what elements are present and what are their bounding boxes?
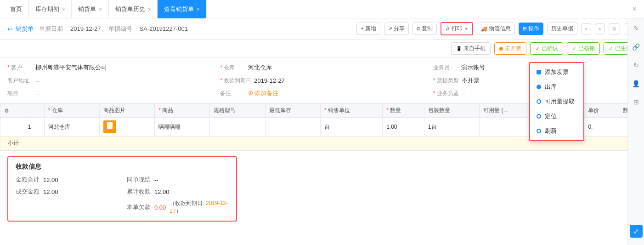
sidebar-edit-icon[interactable]: ✎ bbox=[630, 22, 643, 35]
copy-button[interactable]: ⧉ 复制 bbox=[412, 23, 437, 35]
same-order-label: 同单现结 bbox=[127, 176, 151, 184]
warehouse-field: 仓库 河北仓库 bbox=[220, 63, 424, 72]
warehouse-out-icon bbox=[537, 85, 541, 89]
due-date-field: 收款到期日 2019-12-27 bbox=[220, 76, 424, 85]
payment-info-box: 收款信息 金额合计 12.00 同单现结 -- 成交金额 12.00 累计收款 … bbox=[7, 156, 237, 222]
salesperson-label: 业务员孟 bbox=[433, 90, 459, 97]
not-open-btn[interactable]: 未开票 bbox=[494, 42, 526, 55]
svg-rect-1 bbox=[107, 124, 113, 125]
written-off-btn[interactable]: ✓ 已核销 bbox=[567, 42, 600, 55]
tab-inventory[interactable]: 库存期初 × bbox=[29, 0, 72, 18]
row-num: 1 bbox=[24, 118, 44, 137]
tab-sales-history-close[interactable]: × bbox=[148, 6, 151, 12]
warehouse-out-item[interactable]: 出库 bbox=[530, 80, 583, 94]
col-min-stock: 最低库存 bbox=[265, 104, 320, 118]
sidebar-person-icon[interactable]: 👤 bbox=[630, 77, 643, 90]
tab-view-sales-close[interactable]: × bbox=[197, 6, 199, 12]
due-date-value: 2019-12-27 bbox=[254, 77, 285, 84]
owed-due-date: 2019-12-27 bbox=[169, 200, 228, 214]
tab-bar: 首页 库存期初 × 销货单 × 销货单历史 × 查看销货单 × × bbox=[0, 0, 644, 18]
staff-label: 业务员 bbox=[433, 64, 458, 72]
remark-label: 备注 bbox=[220, 90, 245, 97]
deal-amount-row: 成交金额 12.00 bbox=[16, 188, 118, 196]
print-button[interactable]: 🖨 打印 ▼ bbox=[441, 22, 473, 35]
sidebar-table-icon[interactable]: ⊞ bbox=[630, 96, 643, 108]
row-min-stock bbox=[265, 118, 320, 137]
sidebar-rotate-icon[interactable]: ↻ bbox=[630, 59, 643, 72]
tab-inventory-close[interactable]: × bbox=[62, 6, 65, 12]
owed-label: 本单欠款 bbox=[127, 203, 151, 211]
col-unit-price: 单价 bbox=[584, 104, 619, 118]
tab-sales-close[interactable]: × bbox=[99, 6, 102, 12]
tab-sales[interactable]: 销货单 × bbox=[72, 0, 108, 18]
col-spec: 规格型号 bbox=[210, 104, 265, 118]
cumulative-value: 12.00 bbox=[154, 188, 169, 195]
product-img-icon bbox=[106, 122, 113, 131]
cumulative-row: 累计收款 12.00 bbox=[127, 188, 229, 196]
add-invoice-icon bbox=[537, 70, 541, 74]
row-spec bbox=[210, 118, 265, 137]
total-amount-label: 金额合计 bbox=[16, 176, 40, 184]
same-order-value: -- bbox=[154, 177, 158, 183]
warehouse-value: 河北仓库 bbox=[248, 63, 272, 72]
sidebar-expand-icon[interactable]: ⤢ bbox=[630, 225, 643, 238]
tab-close-all[interactable]: × bbox=[629, 5, 640, 13]
row-sales-unit: 台 bbox=[321, 118, 383, 137]
status-row: 📱 来自手机 未开票 ✓ 已确认 ✓ 已核销 ✓ 已生效 bbox=[0, 40, 644, 58]
col-product-img: 商品图片 bbox=[99, 104, 154, 118]
owed-row: 本单欠款 0.00 （收款到期日: 2019-12-27） bbox=[127, 199, 229, 215]
tab-home[interactable]: 首页 bbox=[4, 0, 29, 18]
locate-item[interactable]: 定位 bbox=[530, 109, 583, 124]
number-label: 单据编号 bbox=[108, 25, 132, 33]
address-value: -- bbox=[35, 77, 40, 84]
salesperson-value: -- bbox=[462, 90, 466, 97]
total-amount-row: 金额合计 12.00 bbox=[16, 176, 118, 184]
customer-value: 柳州粤港平安气体有限公司 bbox=[35, 63, 107, 72]
toolbar: + 新增 ↗ 分享 ⧉ 复制 🖨 打印 ▼ 🚚 物流信息 ⊞ 操作 bbox=[356, 22, 637, 35]
col-product: 商品 bbox=[155, 104, 210, 118]
col-warehouse: 仓库 bbox=[44, 104, 99, 118]
customer-label: 客户 bbox=[7, 64, 33, 72]
operations-button[interactable]: ⊞ 操作 bbox=[519, 23, 543, 35]
logistics-button[interactable]: 🚚 物流信息 bbox=[477, 23, 515, 35]
number-value: SA-20191227-001 bbox=[140, 25, 188, 32]
new-button[interactable]: + 新增 bbox=[356, 23, 380, 35]
col-settings[interactable]: ⚙ bbox=[0, 104, 24, 118]
doc-title-area: ↩ 销货单 单据日期 2019-12-27 单据编号 SA-20191227-0… bbox=[7, 25, 188, 33]
ticket-type-label: 票据类型 bbox=[433, 77, 459, 85]
svg-rect-0 bbox=[107, 122, 113, 129]
locate-icon bbox=[537, 114, 541, 119]
tab-view-sales[interactable]: 查看销货单 × bbox=[158, 0, 206, 18]
project-value: -- bbox=[35, 90, 40, 97]
share-button[interactable]: ↗ 分享 bbox=[384, 23, 409, 35]
next-button[interactable]: › bbox=[595, 23, 605, 34]
address-field: 客户地址 -- bbox=[7, 76, 211, 85]
sidebar-link-icon[interactable]: 🔗 bbox=[630, 40, 643, 53]
add-remark-btn[interactable]: ⊕添加备注 bbox=[248, 89, 278, 97]
staff-value: 演示账号 bbox=[461, 63, 485, 72]
col-quantity: 数量 bbox=[383, 104, 424, 118]
total-amount-value: 12.00 bbox=[43, 177, 58, 183]
cumulative-label: 累计收款 bbox=[127, 188, 151, 196]
row-quantity: 1.00 bbox=[383, 118, 424, 137]
settings-icon[interactable]: ⚙ bbox=[4, 108, 9, 114]
deal-amount-value: 12.00 bbox=[43, 188, 58, 195]
add-invoice-item[interactable]: 添加发票 bbox=[530, 65, 583, 80]
list-view-button[interactable]: ≡ bbox=[609, 23, 620, 34]
refresh-item[interactable]: 刷新 bbox=[530, 124, 583, 138]
confirm-btn[interactable]: ✓ 已确认 bbox=[530, 42, 563, 55]
tab-sales-history[interactable]: 销货单历史 × bbox=[109, 0, 158, 18]
payment-title: 收款信息 bbox=[16, 163, 229, 171]
deal-amount-label: 成交金额 bbox=[16, 188, 40, 196]
col-sales-unit: 销售单位 bbox=[321, 104, 383, 118]
doc-meta: 单据日期 2019-12-27 单据编号 SA-20191227-001 bbox=[39, 25, 188, 33]
history-button[interactable]: 历史单据 bbox=[547, 23, 577, 35]
customer-field: 客户 柳州粤港平安气体有限公司 bbox=[7, 63, 211, 72]
available-qty-icon bbox=[537, 99, 541, 104]
from-phone-btn[interactable]: 📱 来自手机 bbox=[451, 42, 491, 55]
operations-dropdown: 添加发票 出库 可用量提取 定位 刷新 bbox=[529, 62, 584, 141]
doc-type-label: ↩ 销货单 bbox=[7, 25, 34, 33]
prev-button[interactable]: ‹ bbox=[581, 23, 591, 34]
available-qty-item[interactable]: 可用量提取 bbox=[530, 94, 583, 109]
row-product-img bbox=[99, 118, 154, 137]
